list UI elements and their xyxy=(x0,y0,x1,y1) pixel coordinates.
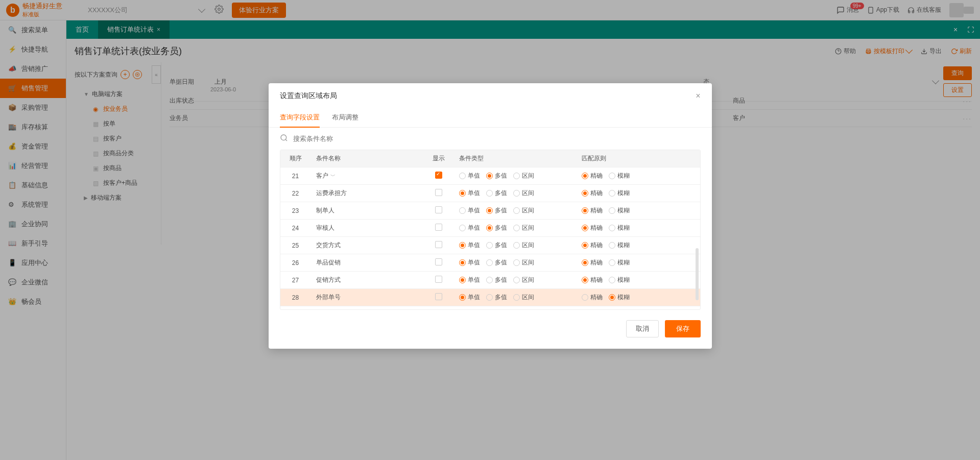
radio-dot-icon xyxy=(609,259,615,266)
radio-单值[interactable]: 单值 xyxy=(459,258,480,267)
radio-精确[interactable]: 精确 xyxy=(582,258,603,267)
radio-单值[interactable]: 单值 xyxy=(459,293,480,302)
save-button[interactable]: 保存 xyxy=(665,320,701,337)
radio-dot-icon xyxy=(609,173,615,179)
radio-精确[interactable]: 精确 xyxy=(582,276,603,284)
radio-dot-icon xyxy=(513,242,520,249)
radio-精确[interactable]: 精确 xyxy=(582,224,603,232)
chevron-down-icon: ﹀ xyxy=(330,173,336,180)
radio-区间[interactable]: 区间 xyxy=(513,172,534,180)
query-layout-modal: 设置查询区域布局 × 查询字段设置 布局调整 顺序 条件名称 显示 条件类型 匹… xyxy=(269,83,712,349)
show-checkbox[interactable] xyxy=(435,276,442,283)
radio-多值[interactable]: 多值 xyxy=(486,172,507,180)
radio-多值[interactable]: 多值 xyxy=(486,276,507,284)
radio-dot-icon xyxy=(513,259,520,266)
condition-name: 运费承担方 xyxy=(316,189,347,197)
radio-dot-icon xyxy=(513,207,520,214)
radio-单值[interactable]: 单值 xyxy=(459,206,480,215)
col-header-match: 匹配原则 xyxy=(577,150,700,167)
show-checkbox[interactable] xyxy=(435,258,442,265)
condition-name: 交货方式 xyxy=(316,241,341,249)
radio-区间[interactable]: 区间 xyxy=(513,276,534,284)
scrollbar-track[interactable] xyxy=(695,168,699,307)
radio-多值[interactable]: 多值 xyxy=(486,241,507,250)
radio-精确[interactable]: 精确 xyxy=(582,189,603,198)
radio-dot-icon xyxy=(513,173,520,179)
radio-dot-icon xyxy=(459,190,466,197)
radio-区间[interactable]: 区间 xyxy=(513,258,534,267)
radio-模糊[interactable]: 模糊 xyxy=(609,224,630,232)
radio-模糊[interactable]: 模糊 xyxy=(609,258,630,267)
radio-模糊[interactable]: 模糊 xyxy=(609,206,630,215)
radio-多值[interactable]: 多值 xyxy=(486,293,507,302)
radio-dot-icon xyxy=(513,190,520,197)
radio-dot-icon xyxy=(459,259,466,266)
radio-dot-icon xyxy=(609,294,615,301)
radio-dot-icon xyxy=(486,242,493,249)
radio-dot-icon xyxy=(582,242,588,249)
condition-search-input[interactable] xyxy=(291,133,393,144)
radio-dot-icon xyxy=(609,242,615,249)
cell-seq: 28 xyxy=(280,290,311,305)
radio-模糊[interactable]: 模糊 xyxy=(609,189,630,198)
show-checkbox[interactable] xyxy=(435,241,442,248)
modal-close-button[interactable]: × xyxy=(696,91,700,101)
radio-dot-icon xyxy=(459,225,466,231)
radio-模糊[interactable]: 模糊 xyxy=(609,172,630,180)
table-row: 23 制单人 单值多值区间 精确模糊 xyxy=(280,202,700,219)
show-checkbox[interactable] xyxy=(435,172,442,179)
radio-多值[interactable]: 多值 xyxy=(486,258,507,267)
radio-多值[interactable]: 多值 xyxy=(486,189,507,198)
condition-name: 制单人 xyxy=(316,207,334,214)
radio-模糊[interactable]: 模糊 xyxy=(609,276,630,284)
show-checkbox[interactable] xyxy=(435,293,442,300)
radio-dot-icon xyxy=(459,294,466,301)
radio-精确[interactable]: 精确 xyxy=(582,293,603,302)
radio-dot-icon xyxy=(459,277,466,283)
radio-多值[interactable]: 多值 xyxy=(486,224,507,232)
cell-seq: 29 xyxy=(280,307,311,310)
radio-区间[interactable]: 区间 xyxy=(513,224,534,232)
radio-区间[interactable]: 区间 xyxy=(513,293,534,302)
radio-区间[interactable]: 区间 xyxy=(513,206,534,215)
radio-精确[interactable]: 精确 xyxy=(582,241,603,250)
table-row: 21 客户﹀ 单值多值区间 精确模糊 xyxy=(280,167,700,184)
modal-tab-fields[interactable]: 查询字段设置 xyxy=(280,109,320,127)
radio-精确[interactable]: 精确 xyxy=(582,206,603,215)
radio-dot-icon xyxy=(582,207,588,214)
radio-精确[interactable]: 精确 xyxy=(582,172,603,180)
show-checkbox[interactable] xyxy=(435,224,442,231)
modal-overlay: 设置查询区域布局 × 查询字段设置 布局调整 顺序 条件名称 显示 条件类型 匹… xyxy=(0,0,980,460)
radio-单值[interactable]: 单值 xyxy=(459,172,480,180)
radio-单值[interactable]: 单值 xyxy=(459,189,480,198)
radio-多值[interactable]: 多值 xyxy=(486,206,507,215)
radio-单值[interactable]: 单值 xyxy=(459,224,480,232)
radio-单值[interactable]: 单值 xyxy=(459,276,480,284)
radio-模糊[interactable]: 模糊 xyxy=(609,293,630,302)
radio-模糊[interactable]: 模糊 xyxy=(609,241,630,250)
cell-seq: 22 xyxy=(280,186,311,201)
radio-dot-icon xyxy=(582,294,588,301)
radio-dot-icon xyxy=(609,190,615,197)
radio-dot-icon xyxy=(486,190,493,197)
show-checkbox[interactable] xyxy=(435,189,442,196)
cancel-button[interactable]: 取消 xyxy=(626,320,659,337)
table-row: 22 运费承担方 单值多值区间 精确模糊 xyxy=(280,184,700,202)
table-row: 25 交货方式 单值多值区间 精确模糊 xyxy=(280,236,700,254)
scrollbar-thumb[interactable] xyxy=(696,248,699,300)
radio-单值[interactable]: 单值 xyxy=(459,241,480,250)
show-checkbox[interactable] xyxy=(435,206,442,213)
radio-区间[interactable]: 区间 xyxy=(513,189,534,198)
radio-dot-icon xyxy=(486,294,493,301)
radio-dot-icon xyxy=(609,207,615,214)
radio-dot-icon xyxy=(459,242,466,249)
radio-dot-icon xyxy=(582,225,588,231)
radio-区间[interactable]: 区间 xyxy=(513,241,534,250)
radio-dot-icon xyxy=(486,225,493,231)
radio-dot-icon xyxy=(609,225,615,231)
search-icon xyxy=(280,134,288,144)
modal-tab-layout[interactable]: 布局调整 xyxy=(332,109,358,127)
condition-name-dropdown[interactable]: 客户﹀ xyxy=(316,172,336,180)
table-row: 29 来源应用 单值多值区间 精确模糊 xyxy=(280,306,700,309)
table-row: 27 促销方式 单值多值区间 精确模糊 xyxy=(280,271,700,288)
